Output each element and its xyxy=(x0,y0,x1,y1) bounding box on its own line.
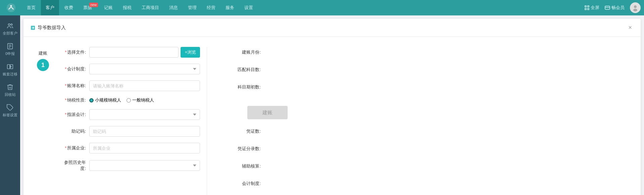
sidebar-item-declaration[interactable]: 0申报 xyxy=(0,39,20,60)
nav-billing[interactable]: 收费 xyxy=(60,0,78,15)
form-section: *选择文件: +浏览 *会计制度: xyxy=(59,47,200,195)
info-match-subjects-label: 匹配科目数: xyxy=(227,67,261,73)
nav-right: 全屏 畅会员 xyxy=(585,2,641,13)
nav-settings[interactable]: 设置 xyxy=(240,0,258,15)
tax-general-radio[interactable]: 一般纳税人 xyxy=(127,97,154,103)
accounting-label: *会计制度: xyxy=(59,66,86,72)
tax-general-label: 一般纳税人 xyxy=(132,97,154,103)
svg-rect-12 xyxy=(7,65,10,69)
required-star-5: * xyxy=(65,112,66,117)
app-logo[interactable] xyxy=(3,0,19,15)
svg-rect-3 xyxy=(588,6,589,7)
svg-point-1 xyxy=(10,5,12,7)
ledger-label: *账簿名称: xyxy=(59,83,86,89)
nav-industrial[interactable]: 工商项目 xyxy=(137,0,164,15)
info-build-month: 建账月份: xyxy=(227,47,308,58)
nav-manage[interactable]: 管理 xyxy=(183,0,201,15)
sidebar-label-tags: 标签设置 xyxy=(3,113,17,118)
nav-customers[interactable]: 客户 xyxy=(41,0,59,15)
avatar[interactable] xyxy=(630,2,641,13)
file-input-group: +浏览 xyxy=(89,47,200,58)
close-button[interactable]: × xyxy=(626,23,634,32)
required-star-6: * xyxy=(65,145,66,150)
tax-small-radio[interactable]: 小规模纳税人 xyxy=(89,97,121,103)
nav-bookkeeping[interactable]: 记账 xyxy=(99,0,117,15)
new-badge: new xyxy=(89,3,98,7)
svg-rect-5 xyxy=(588,8,589,10)
dialog-body: 建账 1 *选择文件: +浏览 *会计 xyxy=(23,37,641,195)
build-button[interactable]: 建账 xyxy=(247,106,288,119)
required-star-4: * xyxy=(65,97,66,103)
info-auxiliary-label: 辅助核算: xyxy=(227,163,261,169)
nav-tax[interactable]: 报税 xyxy=(118,0,136,15)
required-star-2: * xyxy=(65,66,66,71)
import-icon xyxy=(30,25,36,30)
sidebar-item-tags[interactable]: 标签设置 xyxy=(0,101,20,121)
info-initial-balance: 科目期初数: xyxy=(227,82,308,92)
sidebar-item-account-migration[interactable]: 账套迁移 xyxy=(0,60,20,80)
info-accounting-system-label: 会计制度: xyxy=(227,181,261,187)
member-btn[interactable]: 畅会员 xyxy=(605,5,625,11)
history-select[interactable] xyxy=(89,160,200,171)
history-row: 参照历史年度: xyxy=(59,159,200,172)
info-build-month-label: 建账月份: xyxy=(227,49,261,55)
company-label: *所属企业: xyxy=(59,145,86,151)
info-initial-balance-label: 科目期初数: xyxy=(227,84,261,90)
tax-small-input[interactable] xyxy=(89,98,94,103)
svg-point-9 xyxy=(8,24,10,26)
accountant-select[interactable] xyxy=(89,109,200,120)
accounting-select[interactable] xyxy=(89,64,200,74)
build-btn-row: 建账 xyxy=(227,99,308,119)
fullscreen-btn[interactable]: 全屏 xyxy=(585,5,599,11)
ledger-row: *账簿名称: xyxy=(59,80,200,91)
member-label: 畅会员 xyxy=(611,5,625,11)
company-row: *所属企业: xyxy=(59,143,200,153)
nav-messages[interactable]: 消息 xyxy=(164,0,183,15)
sidebar-label-account-migration: 账套迁移 xyxy=(3,72,17,77)
memo-row: 助记码: xyxy=(59,126,200,137)
nav-invoices[interactable]: 票据 new xyxy=(79,0,99,15)
file-row: *选择文件: +浏览 xyxy=(59,47,200,58)
svg-rect-4 xyxy=(585,8,586,10)
sidebar-label-recycle: 回收站 xyxy=(5,92,16,97)
top-nav: 首页 客户 收费 票据 new 记账 报税 工商项目 消息 管理 经营 服务 设… xyxy=(0,0,644,15)
info-voucher-entries-label: 凭证分录数: xyxy=(227,146,261,152)
tax-type-row: *纳税性质: 小规模纳税人 一般纳税人 xyxy=(59,97,200,103)
nav-home[interactable]: 首页 xyxy=(22,0,40,15)
svg-rect-6 xyxy=(605,6,610,9)
nav-finance[interactable]: 经营 xyxy=(202,0,220,15)
svg-point-7 xyxy=(634,5,637,8)
dialog-title: 导爷数据导入 xyxy=(30,25,66,31)
tax-type-label: *纳税性质: xyxy=(59,97,86,103)
dialog-header: 导爷数据导入 × xyxy=(23,19,641,37)
sidebar-item-recycle[interactable]: 回收站 xyxy=(0,80,20,101)
memo-label: 助记码: xyxy=(59,128,86,134)
fullscreen-label: 全屏 xyxy=(591,5,599,11)
info-vouchers: 凭证数: xyxy=(227,126,308,137)
tax-general-input[interactable] xyxy=(127,98,131,103)
required-star: * xyxy=(65,50,66,55)
nav-services[interactable]: 服务 xyxy=(221,0,239,15)
tax-small-label: 小规模纳税人 xyxy=(95,97,121,103)
browse-button[interactable]: +浏览 xyxy=(181,47,200,58)
sidebar-label-declaration: 0申报 xyxy=(5,51,15,56)
info-section: 建账月份: 匹配科目数: 科目期初数: 建账 凭证数: xyxy=(214,47,308,195)
step-label: 建账 xyxy=(39,50,47,56)
memo-input[interactable] xyxy=(89,126,200,137)
sidebar-item-all-customers[interactable]: 全部客户 xyxy=(0,19,20,39)
svg-point-10 xyxy=(11,24,12,25)
history-label: 参照历史年度: xyxy=(59,159,86,172)
ledger-input[interactable] xyxy=(89,80,200,91)
accountant-label: *指派会计: xyxy=(59,112,86,118)
svg-rect-2 xyxy=(585,6,586,7)
dialog: 导爷数据导入 × 建账 1 *选择文件: +浏览 xyxy=(23,19,641,195)
section-divider xyxy=(207,47,207,195)
tax-radio-group: 小规模纳税人 一般纳税人 xyxy=(89,97,200,103)
step-circle: 1 xyxy=(37,59,49,71)
accountant-row: *指派会计: xyxy=(59,109,200,120)
main-content: 导爷数据导入 × 建账 1 *选择文件: +浏览 xyxy=(20,15,644,195)
required-star-3: * xyxy=(65,83,66,88)
file-input[interactable] xyxy=(89,47,179,58)
company-input[interactable] xyxy=(89,143,200,153)
info-match-subjects: 匹配科目数: xyxy=(227,64,308,75)
